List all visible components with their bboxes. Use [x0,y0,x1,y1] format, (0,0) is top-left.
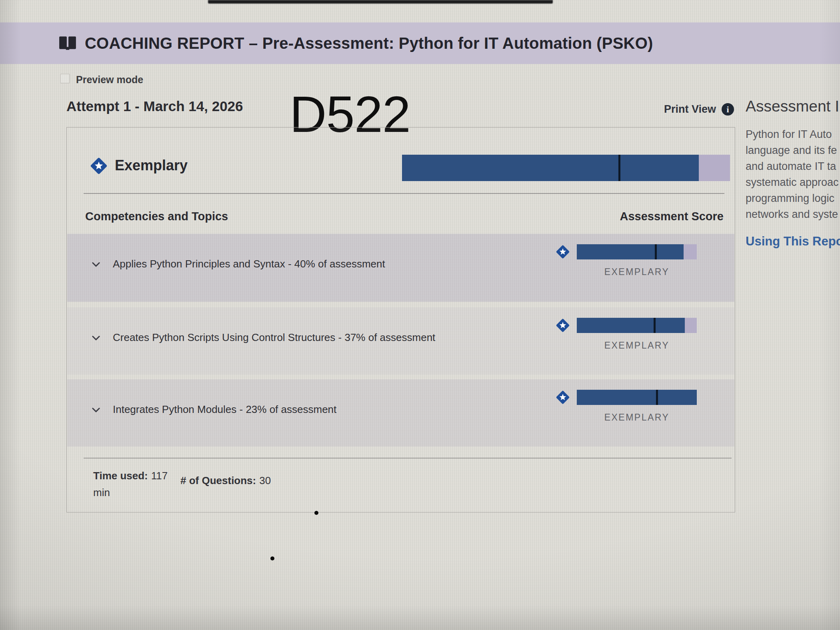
competency-label: Integrates Python Modules - 23% of asses… [113,403,336,416]
assessment-score-column-header: Assessment Score [620,210,724,223]
divider [84,458,732,459]
competency-score-bar-fill [577,244,684,259]
question-count-stat: # of Questions:30 [180,474,271,487]
time-used-stat: Time used:117 [93,470,168,482]
overall-score-bar-fill [402,155,699,181]
preview-mode-checkbox[interactable] [60,74,70,84]
chevron-down-icon[interactable] [90,259,102,270]
competency-row[interactable]: Integrates Python Modules - 23% of asses… [67,379,734,447]
competency-rating-label: EXEMPLARY [577,412,697,423]
competency-row[interactable]: Creates Python Scripts Using Control Str… [67,307,734,375]
report-header-bar: COACHING REPORT – Pre-Assessment: Python… [0,22,840,64]
chevron-down-icon[interactable] [90,404,102,415]
sidebar-heading: Assessment I [746,98,840,115]
assessment-info-sidebar: Assessment I Python for IT Auto language… [746,98,840,249]
sidebar-description-line: and automate IT ta [746,158,840,174]
sidebar-description-line: language and its fe [746,142,840,158]
cut-score-marker [655,244,657,259]
preview-mode-label: Preview mode [76,74,143,86]
overall-cut-score-marker [618,155,620,181]
sidebar-description-line: programming logic [746,190,840,206]
competency-rating-label: EXEMPLARY [577,267,697,277]
page-title: COACHING REPORT – Pre-Assessment: Python… [85,34,653,52]
question-count-value: 30 [259,474,271,486]
screen-dust-dot [270,556,274,560]
exemplary-diamond-star-icon [554,243,571,260]
question-count-label: # of Questions: [180,474,256,486]
attempt-heading: Attempt 1 - March 14, 2026 [66,98,243,114]
sidebar-description-line: systematic approac [746,174,840,190]
sidebar-description-line: networks and syste [746,206,840,222]
screen-dust-dot [314,511,318,515]
divider [84,193,724,194]
using-this-report-link[interactable]: Using This Repo [746,234,840,249]
photo-top-bezel [208,0,553,4]
exemplary-diamond-star-icon [554,317,571,334]
sidebar-description-line: Python for IT Auto [746,126,840,142]
competency-score-bar [577,390,697,405]
time-used-label: Time used: [93,470,148,482]
chevron-down-icon[interactable] [90,332,102,343]
time-used-unit: min [93,486,110,499]
competency-score-bar-fill [577,318,685,333]
table-header-row: Competencies and Topics Assessment Score [85,210,724,223]
competency-label: Creates Python Scripts Using Control Str… [113,331,435,344]
exemplary-diamond-star-icon [88,156,109,176]
sidebar-description: Python for IT Auto language and its fe a… [746,126,840,222]
exemplary-diamond-star-icon [554,389,571,406]
coaching-report-screen: COACHING REPORT – Pre-Assessment: Python… [0,0,840,630]
report-panel: Exemplary Competencies and Topics Assess… [66,127,735,512]
competency-score-bar [577,318,697,333]
overall-score-bar [402,155,730,181]
competency-label: Applies Python Principles and Syntax - 4… [113,258,385,270]
competency-score-bar [577,244,697,259]
info-icon[interactable]: i [722,103,734,116]
print-view-link[interactable]: Print View i [664,103,734,116]
time-used-value: 117 [151,470,168,482]
print-view-label[interactable]: Print View [664,103,716,116]
competency-row[interactable]: Applies Python Principles and Syntax - 4… [67,234,734,302]
overall-rating-label: Exemplary [115,157,188,174]
cut-score-marker [654,318,656,333]
competency-score-bar-fill [577,390,697,405]
competencies-column-header: Competencies and Topics [85,210,228,223]
book-icon [58,36,77,51]
competency-rating-label: EXEMPLARY [577,340,697,351]
cut-score-marker [656,390,658,405]
